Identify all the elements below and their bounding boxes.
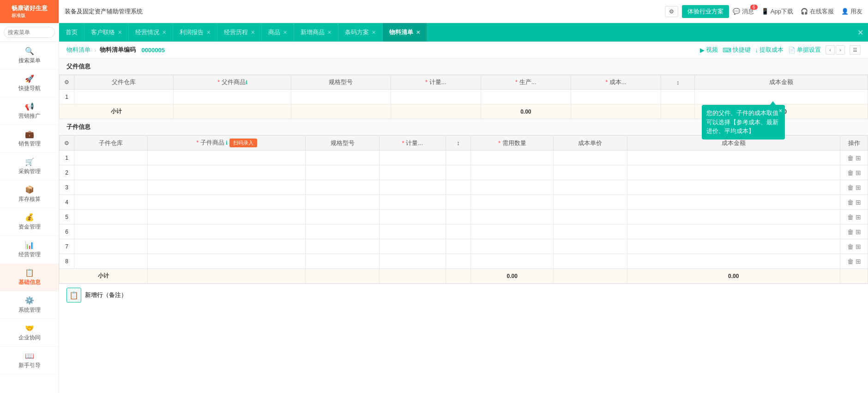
tooltip-close-btn[interactable]: ×: [779, 107, 782, 115]
child-sort-cell-2[interactable]: [446, 165, 470, 180]
child-unit-cost-cell-4[interactable]: [554, 195, 627, 210]
close-all-tabs-button[interactable]: ✕: [853, 28, 868, 37]
sidebar-item-enterprise[interactable]: 🤝 企业协同: [0, 319, 59, 347]
next-arrow[interactable]: ›: [836, 45, 845, 54]
child-amount-cell-5[interactable]: [627, 210, 840, 224]
sidebar-item-system[interactable]: ⚙️ 系统管理: [0, 291, 59, 319]
child-spec-cell-1[interactable]: [306, 151, 379, 165]
child-spec-cell-4[interactable]: [306, 195, 379, 210]
delete-icon-4[interactable]: 🗑: [847, 199, 854, 206]
child-amount-cell-3[interactable]: [627, 180, 840, 195]
child-unit-cost-cell-5[interactable]: [554, 210, 627, 224]
child-spec-cell-7[interactable]: [306, 239, 379, 254]
child-needed-cell-3[interactable]: [471, 180, 554, 195]
child-amount-cell-4[interactable]: [627, 195, 840, 210]
copy-icon-1[interactable]: ⊞: [856, 154, 861, 162]
nav-tab-profit[interactable]: 利润报告✕: [173, 23, 217, 42]
nav-tab-close-customer[interactable]: ✕: [118, 30, 122, 36]
delete-icon-3[interactable]: 🗑: [847, 184, 854, 191]
copy-icon-4[interactable]: ⊞: [856, 199, 861, 206]
child-spec-cell-6[interactable]: [306, 224, 379, 239]
child-qty-cell-1[interactable]: [379, 151, 446, 165]
child-warehouse-cell-1[interactable]: [74, 151, 148, 165]
child-needed-cell-8[interactable]: [471, 254, 554, 269]
child-unit-cost-cell-6[interactable]: [554, 224, 627, 239]
sidebar-item-quick-nav[interactable]: 🚀 快捷导航: [0, 70, 59, 97]
nav-tab-new-goods[interactable]: 新增商品✕: [294, 23, 338, 42]
child-sort-cell-5[interactable]: [446, 210, 470, 224]
prev-arrow[interactable]: ‹: [826, 45, 835, 54]
copy-icon-7[interactable]: ⊞: [856, 243, 861, 250]
child-col-settings[interactable]: ⚙: [60, 136, 74, 151]
shortcut-action[interactable]: ⌨ 快捷键: [723, 46, 751, 54]
sidebar-item-guide[interactable]: 📖 新手引导: [0, 347, 59, 375]
child-sort-cell-1[interactable]: [446, 151, 470, 165]
child-spec-cell-8[interactable]: [306, 254, 379, 269]
child-needed-cell-5[interactable]: [471, 210, 554, 224]
child-sort-cell-4[interactable]: [446, 195, 470, 210]
child-warehouse-cell-2[interactable]: [74, 165, 148, 180]
child-unit-cost-cell-3[interactable]: [554, 180, 627, 195]
nav-tab-barcode[interactable]: 条码方案✕: [338, 23, 383, 42]
child-needed-cell-6[interactable]: [471, 224, 554, 239]
parent-amount-cell-1[interactable]: [695, 90, 868, 104]
copy-icon-8[interactable]: ⊞: [856, 258, 861, 265]
child-product-cell-7[interactable]: [148, 239, 306, 254]
delete-icon-8[interactable]: 🗑: [847, 258, 854, 265]
sidebar-item-marketing[interactable]: 📢 营销推广: [0, 97, 59, 125]
child-warehouse-cell-5[interactable]: [74, 210, 148, 224]
delete-icon-2[interactable]: 🗑: [847, 169, 854, 176]
sidebar-item-purchase[interactable]: 🛒 采购管理: [0, 153, 59, 181]
nav-tab-close-history[interactable]: ✕: [251, 30, 255, 36]
child-sort-cell-3[interactable]: [446, 180, 470, 195]
child-product-cell-5[interactable]: [148, 210, 306, 224]
menu-icon-button[interactable]: ☰: [850, 45, 861, 54]
child-amount-cell-2[interactable]: [627, 165, 840, 180]
sidebar-item-operations[interactable]: 📊 经营管理: [0, 236, 59, 264]
parent-sort-cell-1[interactable]: [661, 90, 695, 104]
child-qty-cell-2[interactable]: [379, 165, 446, 180]
nav-tab-customer[interactable]: 客户联络✕: [84, 23, 129, 42]
settings-button[interactable]: ⚙: [665, 6, 678, 17]
delete-icon-5[interactable]: 🗑: [847, 213, 854, 221]
nav-tab-goods[interactable]: 商品✕: [262, 23, 294, 42]
nav-tab-home[interactable]: 首页: [59, 23, 84, 42]
child-qty-cell-3[interactable]: [379, 180, 446, 195]
nav-tab-close-operations[interactable]: ✕: [162, 30, 166, 36]
parent-qty-cell-1[interactable]: [391, 90, 481, 104]
child-spec-cell-5[interactable]: [306, 210, 379, 224]
child-sort-cell-8[interactable]: [446, 254, 470, 269]
child-warehouse-cell-3[interactable]: [74, 180, 148, 195]
parent-prod-cell-1[interactable]: [481, 90, 571, 104]
child-product-cell-1[interactable]: [148, 151, 306, 165]
breadcrumb-link[interactable]: 物料清单: [66, 46, 90, 54]
copy-icon-6[interactable]: ⊞: [856, 228, 861, 236]
child-qty-cell-5[interactable]: [379, 210, 446, 224]
child-needed-cell-2[interactable]: [471, 165, 554, 180]
nav-tab-operations[interactable]: 经营情况✕: [129, 23, 173, 42]
parent-col-settings[interactable]: ⚙: [60, 75, 74, 90]
child-product-cell-2[interactable]: [148, 165, 306, 180]
delete-icon-1[interactable]: 🗑: [847, 154, 854, 162]
add-row-button[interactable]: 📋: [66, 288, 81, 302]
child-amount-cell-8[interactable]: [627, 254, 840, 269]
child-spec-cell-3[interactable]: [306, 180, 379, 195]
app-download-button[interactable]: 📱 App下载: [761, 7, 793, 16]
child-unit-cost-cell-2[interactable]: [554, 165, 627, 180]
child-needed-cell-1[interactable]: [471, 151, 554, 165]
parent-cost-cell-1[interactable]: [571, 90, 661, 104]
child-needed-cell-4[interactable]: [471, 195, 554, 210]
nav-tab-close-goods[interactable]: ✕: [283, 30, 287, 36]
nav-tab-close-profit[interactable]: ✕: [206, 30, 211, 36]
sidebar-item-finance[interactable]: 💰 资金管理: [0, 208, 59, 236]
child-product-cell-8[interactable]: [148, 254, 306, 269]
scan-button[interactable]: 扫码录入: [229, 139, 257, 147]
parent-product-cell-1[interactable]: [174, 90, 291, 104]
sidebar-item-search[interactable]: 🔍 搜索菜单: [0, 42, 59, 70]
child-needed-cell-7[interactable]: [471, 239, 554, 254]
view-action[interactable]: ▶ 视频: [700, 46, 718, 54]
sidebar-item-inventory[interactable]: 📦 库存核算: [0, 181, 59, 208]
parent-warehouse-cell-1[interactable]: [74, 90, 174, 104]
nav-tab-close-bom[interactable]: ✕: [416, 30, 420, 36]
sidebar-item-basic-info[interactable]: 📋 基础信息: [0, 264, 59, 291]
